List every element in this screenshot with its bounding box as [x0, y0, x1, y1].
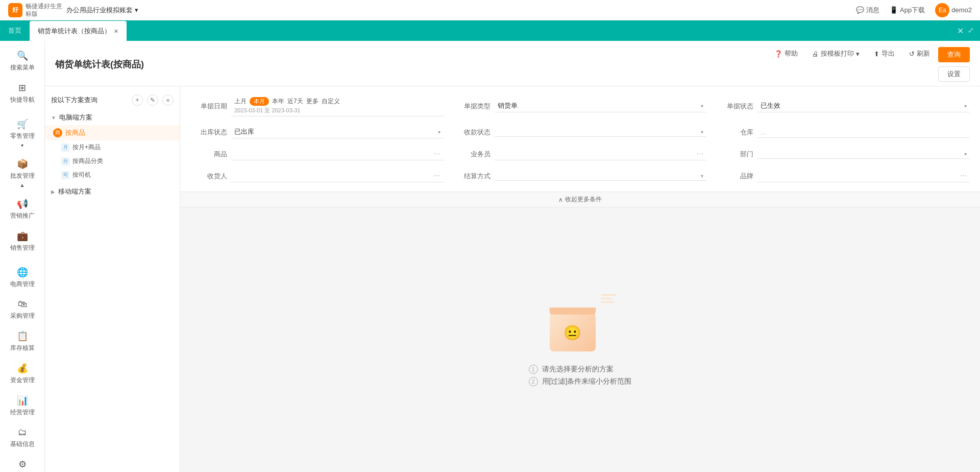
- sidebar-item-basic[interactable]: 🗂 基础信息: [0, 422, 44, 454]
- staff-field[interactable]: ···: [495, 148, 707, 160]
- sidebar-search-label: 搜索菜单: [10, 63, 35, 72]
- filter-date-cell: 单据日期 上月 本月 本年 近7天 更多 自定义 20: [190, 92, 444, 120]
- results-area: 😐 1: [180, 207, 980, 472]
- recipient-label: 收货人: [190, 172, 231, 181]
- warehouse-field[interactable]: ...: [757, 127, 970, 138]
- filter-staff-cell: 业务员 ···: [454, 145, 707, 163]
- out-status-field[interactable]: 已出库 ▾: [231, 126, 444, 138]
- tree-desktop-label: 电脑端方案: [59, 113, 92, 122]
- recipient-dots-icon[interactable]: ···: [433, 171, 440, 180]
- tree-item-driver[interactable]: 司 按司机: [45, 168, 180, 182]
- chevron-down-icon: ▾: [135, 6, 138, 14]
- app-download-btn[interactable]: 📱 App下载: [890, 6, 925, 15]
- date-opt-custom[interactable]: 自定义: [322, 97, 340, 106]
- sidebar-finance-label: 资金管理: [10, 376, 35, 385]
- dept-field[interactable]: ▾: [757, 150, 970, 159]
- filter-warehouse-cell: 仓库 ...: [717, 123, 970, 141]
- industry-selector[interactable]: 办公用品行业模拟账套 ▾: [66, 6, 138, 15]
- sidebar-item-wholesale[interactable]: 📦 批发管理 ▲: [0, 153, 44, 193]
- tree-parent-mobile[interactable]: ▶ 移动端方案: [45, 184, 180, 199]
- type-field[interactable]: 销货单 ▾: [495, 100, 707, 112]
- tree-item-month-goods[interactable]: 月 按月+商品: [45, 140, 180, 154]
- message-btn[interactable]: 💬 消息: [856, 6, 879, 15]
- goods-field[interactable]: ···: [231, 148, 444, 160]
- refresh-icon: ↺: [909, 50, 915, 58]
- illus-line-3: [601, 301, 614, 303]
- sidebar-item-retail[interactable]: 🛒 零售管理 ▾: [0, 113, 44, 153]
- sidebar-item-marketing[interactable]: 📢 营销推广: [0, 193, 44, 225]
- date-opt-current[interactable]: 本月: [250, 97, 269, 106]
- sidebar-item-system[interactable]: ⚙ 系统管理: [0, 454, 44, 472]
- status-value: 已生效: [761, 101, 964, 110]
- topbar-left: 好 畅捷通好生意 标版 办公用品行业模拟账套 ▾: [8, 3, 138, 17]
- sidebar-item-purchase[interactable]: 🛍 采购管理: [0, 294, 44, 325]
- retail-icon: 🛒: [17, 119, 28, 130]
- close-window-icon[interactable]: ✕: [957, 26, 964, 36]
- filter-recv-cell: 收款状态 ▾: [454, 123, 707, 141]
- tree-item-goods-category[interactable]: 分 按商品分类: [45, 154, 180, 168]
- date-options: 上月 本月 本年 近7天 更多 自定义: [234, 97, 440, 106]
- sidebar-item-operations[interactable]: 📊 经营管理: [0, 390, 44, 422]
- sidebar-retail-label: 零售管理: [10, 132, 35, 140]
- collapse-panel-btn[interactable]: «: [162, 95, 174, 106]
- tab-sales-stat-label: 销货单统计表（按商品）: [38, 27, 111, 36]
- filter-goods-cell: 商品 ···: [190, 145, 444, 163]
- page-actions: ❓ 帮助 🖨 按模板打印 ▾ ⬆ 导出 ↺ 刷新: [770, 47, 934, 60]
- tab-sales-stat[interactable]: 销货单统计表（按商品） ✕: [30, 21, 127, 41]
- goods-dots-icon[interactable]: ···: [433, 149, 440, 158]
- sidebar-quick-label: 快捷导航: [10, 96, 35, 104]
- page-title: 销货单统计表(按商品): [55, 58, 144, 70]
- driver-icon: 司: [61, 171, 69, 179]
- status-label: 单据状态: [717, 102, 757, 111]
- username: demo2: [951, 6, 972, 14]
- status-field[interactable]: 已生效 ▾: [757, 100, 970, 112]
- filter-row-3: 商品 ··· 业务员 ···: [190, 145, 970, 163]
- tab-home[interactable]: 首页: [0, 20, 30, 41]
- sidebar-item-ecommerce[interactable]: 🌐 电商管理: [0, 262, 44, 294]
- query-btn[interactable]: 查询: [938, 47, 970, 62]
- template-print-btn[interactable]: 🖨 按模板打印 ▾: [808, 47, 864, 60]
- sidebar-purchase-label: 采购管理: [10, 312, 35, 320]
- illus-box-top: [549, 308, 596, 315]
- date-opt-prev[interactable]: 上月: [234, 97, 247, 106]
- sidebar-item-inventory[interactable]: 📋 库存核算: [0, 325, 44, 358]
- recv-status-field[interactable]: ▾: [495, 128, 707, 137]
- date-opt-more[interactable]: 更多: [306, 97, 318, 106]
- date-opt-7days[interactable]: 近7天: [287, 97, 303, 106]
- tree-item-by-goods[interactable]: 商 按商品: [45, 125, 180, 140]
- recipient-field[interactable]: ···: [231, 170, 444, 182]
- brand-field[interactable]: ···: [757, 170, 970, 182]
- edit-scheme-btn[interactable]: ✎: [147, 95, 158, 106]
- topbar-right: 💬 消息 📱 App下载 Ea demo2: [856, 3, 972, 17]
- brand-dots-icon[interactable]: ···: [960, 171, 967, 180]
- arrow-up-icon: ▲: [20, 182, 25, 188]
- add-scheme-btn[interactable]: +: [132, 95, 143, 106]
- empty-step-1: 1 请先选择要分析的方案: [529, 365, 632, 374]
- maximize-icon[interactable]: ⤢: [968, 26, 974, 36]
- month-goods-label: 按月+商品: [72, 143, 101, 152]
- payment-field[interactable]: ▾: [495, 172, 707, 181]
- sidebar-item-sales[interactable]: 💼 销售管理: [0, 225, 44, 257]
- help-btn[interactable]: ❓ 帮助: [770, 47, 802, 60]
- close-icon[interactable]: ✕: [114, 28, 118, 35]
- tree-children-desktop: 商 按商品 月 按月+商品 分 按商品分类 司 按司机: [45, 125, 180, 182]
- tree-parent-desktop[interactable]: ▼ 电脑端方案: [45, 110, 180, 125]
- refresh-btn[interactable]: ↺ 刷新: [905, 47, 934, 60]
- export-btn[interactable]: ⬆ 导出: [870, 47, 899, 60]
- date-field[interactable]: 上月 本月 本年 近7天 更多 自定义 2023-03-01 至 2023-03…: [231, 96, 444, 116]
- export-label: 导出: [881, 49, 895, 58]
- sidebar-item-search[interactable]: 🔍 搜索菜单: [0, 45, 44, 77]
- user-btn[interactable]: Ea demo2: [935, 3, 972, 17]
- collapse-bar[interactable]: ∧ 收起更多条件: [180, 192, 980, 207]
- filter-status-cell: 单据状态 已生效 ▾: [717, 92, 970, 120]
- staff-dots-icon[interactable]: ···: [697, 149, 703, 158]
- settings-btn[interactable]: 设置: [938, 66, 970, 82]
- sidebar-item-quick-nav[interactable]: ⊞ 快捷导航: [0, 77, 44, 109]
- content-split: 按以下方案查询 + ✎ « ▼ 电脑端方案 商 按商品: [45, 86, 980, 472]
- date-opt-year[interactable]: 本年: [272, 97, 284, 106]
- filter-recipient-cell: 收货人 ···: [190, 167, 444, 185]
- warehouse-label: 仓库: [717, 128, 757, 137]
- sidebar-item-finance[interactable]: 💰 资金管理: [0, 358, 44, 390]
- page-header: 销货单统计表(按商品) ❓ 帮助 🖨 按模板打印 ▾ ⬆ 导出: [45, 41, 980, 86]
- sidebar-ecommerce-label: 电商管理: [10, 280, 35, 289]
